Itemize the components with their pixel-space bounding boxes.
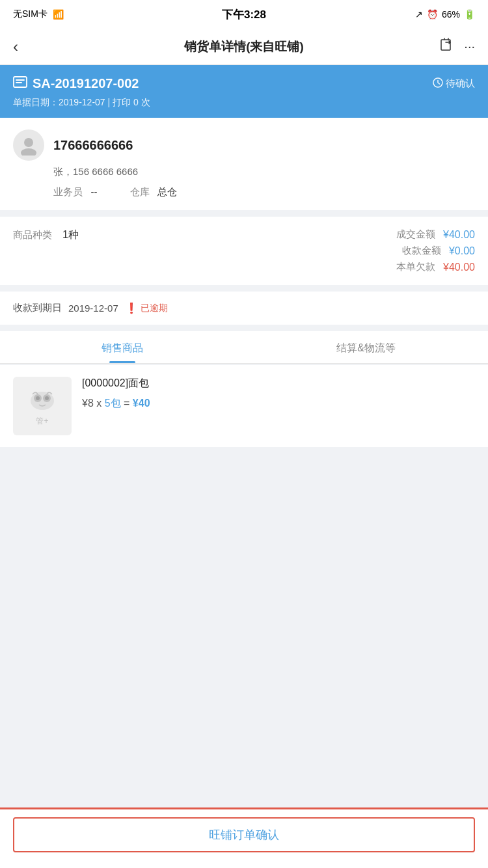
clock-icon [433, 77, 443, 90]
customer-name: 张，156 6666 6666 [13, 166, 475, 178]
received-amount-value: ¥0.00 [449, 245, 475, 257]
order-icon [13, 75, 27, 92]
svg-point-10 [45, 396, 49, 400]
svg-point-9 [36, 396, 40, 400]
due-date-label: 收款到期日 [13, 302, 62, 314]
svg-point-6 [31, 392, 54, 410]
product-price: ¥8 [82, 398, 94, 409]
customer-meta: 业务员 -- 仓库 总仓 [13, 186, 475, 198]
status-right: ↗ ⏰ 66% 🔋 [415, 9, 475, 20]
battery-text: 66% [442, 9, 460, 20]
empty-area [0, 454, 488, 584]
warehouse-field: 仓库 总仓 [130, 186, 178, 198]
status-left: 无SIM卡 📶 [13, 8, 64, 20]
owed-amount-label: 本单欠款 [396, 261, 435, 273]
due-date-section: 收款到期日 2019-12-07 ❗ 已逾期 [0, 292, 488, 325]
back-button[interactable]: ‹ [8, 33, 23, 61]
share-button[interactable] [439, 38, 454, 55]
product-calculation: ¥8 x 5包 = ¥40 [82, 397, 475, 411]
product-type-value: 1种 [62, 228, 79, 242]
overdue-badge: ❗ 已逾期 [125, 302, 168, 314]
bottom-bar: 旺铺订单确认 [0, 807, 488, 868]
battery-icon: 🔋 [464, 9, 475, 20]
customer-avatar [13, 129, 44, 161]
page-title: 销货单详情(来自旺铺) [184, 38, 304, 55]
overdue-icon: ❗ [125, 302, 138, 314]
deal-amount-row: 成交金额 ¥40.00 [396, 228, 475, 241]
svg-point-5 [21, 148, 36, 156]
customer-phone: 17666666666 [53, 138, 133, 153]
warehouse-label: 仓库 [130, 186, 150, 197]
product-section: 管+ [0000002]面包 ¥8 x 5包 = ¥40 [0, 365, 488, 447]
product-thumbnail: 管+ [13, 377, 72, 435]
customer-section: 17666666666 张，156 6666 6666 业务员 -- 仓库 总仓 [0, 118, 488, 210]
deal-amount-value: ¥40.00 [443, 229, 475, 241]
nav-actions: ··· [439, 38, 475, 55]
received-amount-label: 收款金额 [402, 245, 441, 257]
svg-point-4 [24, 138, 33, 147]
salesperson-label: 业务员 [53, 186, 83, 197]
svg-rect-1 [14, 77, 27, 87]
status-time: 下午3:28 [222, 7, 266, 22]
product-quantity: 5包 [105, 398, 121, 409]
due-date-value: 2019-12-07 [68, 303, 118, 314]
product-logo [26, 385, 59, 414]
order-status: 待确认 [433, 77, 475, 90]
summary-section: 商品种类 1种 成交金额 ¥40.00 收款金额 ¥0.00 本单欠款 ¥40.… [0, 217, 488, 285]
tabs-row: 销售商品 结算&物流等 [0, 331, 488, 364]
nav-bar: ‹ 销货单详情(来自旺铺) ··· [0, 29, 488, 65]
salesperson-value: -- [91, 186, 98, 197]
order-header: SA-20191207-002 待确认 单据日期：2019-12-07 | 打印… [0, 65, 488, 118]
more-button[interactable]: ··· [464, 39, 475, 54]
location-icon: ↗ [415, 9, 423, 20]
brand-text: 管+ [36, 416, 48, 427]
product-row: 管+ [0000002]面包 ¥8 x 5包 = ¥40 [13, 377, 475, 435]
owed-amount-value: ¥40.00 [443, 262, 475, 273]
carrier-text: 无SIM卡 [13, 8, 47, 20]
tab-settlement[interactable]: 结算&物流等 [244, 331, 488, 363]
warehouse-value: 总仓 [157, 186, 177, 197]
owed-amount-row: 本单欠款 ¥40.00 [396, 261, 475, 273]
overdue-text: 已逾期 [141, 303, 168, 314]
deal-amount-label: 成交金额 [396, 228, 435, 241]
wifi-icon: 📶 [53, 9, 64, 20]
amounts-section: 成交金额 ¥40.00 收款金额 ¥0.00 本单欠款 ¥40.00 [396, 228, 475, 273]
alarm-icon: ⏰ [427, 9, 438, 20]
tabs-section: 销售商品 结算&物流等 [0, 331, 488, 364]
product-info: [0000002]面包 ¥8 x 5包 = ¥40 [82, 377, 475, 411]
received-amount-row: 收款金额 ¥0.00 [402, 245, 475, 257]
status-bar: 无SIM卡 📶 下午3:28 ↗ ⏰ 66% 🔋 [0, 0, 488, 29]
product-multiply: x [96, 398, 104, 409]
product-name: [0000002]面包 [82, 377, 475, 390]
tab-sales-products[interactable]: 销售商品 [0, 331, 244, 363]
order-date: 单据日期：2019-12-07 | 打印 0 次 [13, 97, 475, 109]
order-id: SA-20191207-002 [13, 75, 139, 92]
salesperson-field: 业务员 -- [53, 186, 98, 198]
product-type-label: 商品种类 [13, 229, 52, 241]
product-total: ¥40 [133, 398, 150, 409]
confirm-button[interactable]: 旺铺订单确认 [13, 817, 475, 852]
product-equals: = [124, 398, 133, 409]
